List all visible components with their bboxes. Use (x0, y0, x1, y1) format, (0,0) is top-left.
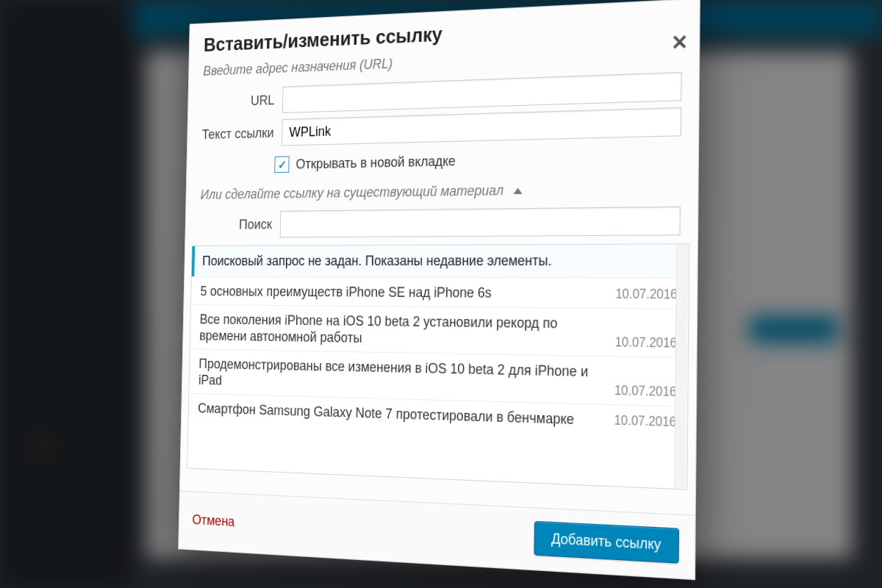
search-label: Поиск (200, 217, 280, 233)
result-date: 10.07.2016 (615, 287, 677, 303)
new-tab-label: Открывать в новой вкладке (295, 153, 456, 172)
result-title: Продемонстрированы все изменения в iOS 1… (198, 355, 600, 398)
chevron-up-icon (514, 187, 523, 194)
new-tab-checkbox[interactable]: ✓ (274, 156, 289, 173)
result-title: 5 основных преимуществ iPhone SE над iPh… (200, 283, 600, 303)
result-title: Смартфон Samsung Galaxy Note 7 протестир… (198, 400, 599, 429)
close-icon[interactable]: ✕ (671, 32, 689, 53)
result-title: Все поколения iPhone на iOS 10 beta 2 ус… (199, 311, 600, 351)
insert-link-dialog: Вставить/изменить ссылку ✕ Введите адрес… (178, 0, 700, 580)
results-notice: Поисковый запрос не задан. Показаны неда… (192, 244, 689, 277)
search-input[interactable] (280, 207, 681, 238)
url-label: URL (202, 92, 282, 110)
add-link-button[interactable]: Добавить ссылку (534, 521, 679, 564)
existing-content-label: Или сделайте ссылку на существующий мате… (201, 182, 504, 203)
result-date: 10.07.2016 (614, 413, 676, 431)
search-row: Поиск (185, 203, 698, 241)
result-date: 10.07.2016 (615, 334, 678, 351)
list-item[interactable]: 5 основных преимуществ iPhone SE над iPh… (191, 276, 689, 308)
cancel-button[interactable]: Отмена (192, 512, 234, 530)
result-date: 10.07.2016 (614, 383, 677, 401)
results-scrollbar[interactable] (674, 245, 688, 489)
link-text-label: Текст ссылки (201, 125, 282, 143)
results-list: Поисковый запрос не задан. Показаны неда… (187, 243, 689, 490)
